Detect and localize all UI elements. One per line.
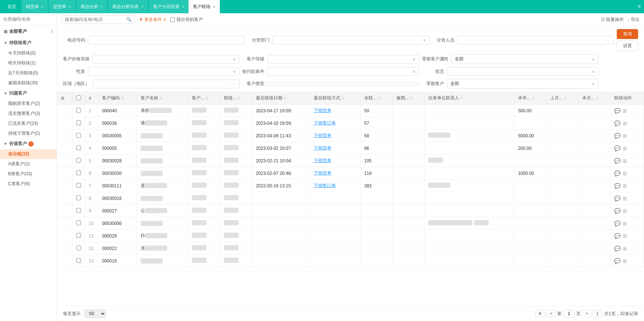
- col-this-year[interactable]: 本年...⇅: [514, 92, 546, 105]
- sidebar-item-today-contact[interactable]: 今天待联络(0): [0, 48, 57, 58]
- chat-icon[interactable]: 💬: [614, 158, 620, 164]
- row-checkbox[interactable]: [76, 170, 81, 175]
- close-product-analysis-list-tab[interactable]: ×: [141, 4, 143, 9]
- col-name[interactable]: 客户名称⇅: [137, 92, 188, 105]
- chat-icon[interactable]: 💬: [614, 170, 620, 176]
- row-checkbox-cell[interactable]: [73, 105, 85, 117]
- row-checkbox[interactable]: [76, 208, 81, 213]
- row-checkbox[interactable]: [76, 108, 81, 113]
- customer-type-select[interactable]: [267, 82, 419, 86]
- chat-icon[interactable]: 💬: [614, 208, 620, 214]
- my-customers-checkbox[interactable]: 我分管的客户: [170, 17, 203, 23]
- close-sales-tab[interactable]: ×: [41, 4, 43, 9]
- search-input[interactable]: [65, 17, 126, 22]
- search-box[interactable]: 🔍: [61, 15, 135, 24]
- col-uncontacted[interactable]: 未联...⇅: [360, 92, 392, 105]
- row-checkbox-cell[interactable]: [73, 242, 85, 255]
- tab-product-analysis-list[interactable]: 商品分析列表 ×: [108, 0, 148, 13]
- row-checkbox-cell[interactable]: [73, 130, 85, 142]
- row-checkbox[interactable]: [76, 133, 81, 138]
- page-size-select[interactable]: 50 100: [84, 309, 106, 318]
- search-button[interactable]: 查询: [617, 29, 638, 39]
- row-checkbox[interactable]: [76, 120, 81, 125]
- row-checkbox[interactable]: [76, 221, 81, 225]
- sidebar-item-class-b[interactable]: B类客户(33): [0, 169, 57, 179]
- chat-icon[interactable]: 💬: [614, 221, 620, 226]
- grid-action-icon[interactable]: ⊞: [623, 108, 627, 114]
- sidebar-item-declining[interactable]: 持续下滑客户(2): [0, 128, 57, 138]
- sidebar-item-churned[interactable]: 已流失客户(24): [0, 119, 57, 128]
- sidebar-item-abnormal[interactable]: 囤购异常客户(2): [0, 99, 57, 109]
- row-checkbox[interactable]: [76, 195, 81, 200]
- ellipsis-icon[interactable]: ···: [229, 81, 236, 87]
- tab-customer-tier[interactable]: 客户分层经客 ×: [149, 0, 189, 13]
- row-checkbox[interactable]: [76, 158, 81, 163]
- manager-select[interactable]: ···: [457, 36, 614, 45]
- prev-page-button[interactable]: <: [546, 310, 556, 317]
- col-last-date[interactable]: 最后联络日期⇅: [252, 92, 310, 105]
- sidebar-item-churn-warning[interactable]: 流失预警客户(3): [0, 109, 57, 119]
- last-page-button[interactable]: 1: [593, 310, 602, 317]
- collapse-icon[interactable]: 《: [49, 29, 53, 34]
- retail-attr-select[interactable]: 全部 ∨: [451, 54, 598, 64]
- phone-input[interactable]: [88, 36, 244, 45]
- export-button[interactable]: ↓ 导出: [627, 17, 640, 23]
- tab-home[interactable]: 首页: [3, 0, 21, 13]
- grid-action-icon[interactable]: ⊞: [623, 133, 627, 139]
- tab-customer-contact[interactable]: 客户联络 ×: [189, 0, 219, 13]
- sidebar-search-area[interactable]: 🔍: [0, 13, 57, 25]
- sidebar-item-week-contact[interactable]: 近7天待联络(0): [0, 68, 57, 78]
- tab-product-analysis[interactable]: 商品分析 ×: [76, 0, 107, 13]
- reset-button[interactable]: 设置: [617, 40, 638, 51]
- col-contact[interactable]: 联络...⇅: [220, 92, 252, 105]
- grid-action-icon[interactable]: ⊞: [623, 208, 627, 214]
- sidebar-item-class-a[interactable]: A类客户(1): [0, 159, 57, 169]
- row-checkbox[interactable]: [76, 233, 81, 238]
- grid-action-icon[interactable]: ⊞: [623, 233, 627, 239]
- row-checkbox-cell[interactable]: [73, 230, 85, 242]
- settings-column-header[interactable]: ⚙: [57, 92, 73, 105]
- col-last-month[interactable]: 上月...⇅: [546, 92, 578, 105]
- row-checkbox-cell[interactable]: [73, 142, 85, 155]
- chat-icon[interactable]: 💬: [614, 233, 620, 239]
- grid-action-icon[interactable]: ⊞: [623, 158, 627, 164]
- next-page-button[interactable]: >: [582, 310, 591, 317]
- batch-operation-button[interactable]: ☑ 批量操作: [601, 17, 624, 23]
- payment-select[interactable]: ∨: [267, 67, 419, 76]
- grid-action-icon[interactable]: ⊞: [623, 120, 627, 126]
- row-checkbox-cell[interactable]: [73, 180, 85, 192]
- close-customer-contact-tab[interactable]: ×: [213, 4, 215, 9]
- more-conditions-button[interactable]: ▼ 更多条件 ∧: [139, 17, 166, 23]
- status-select[interactable]: ∨: [447, 67, 598, 76]
- my-customers-check[interactable]: [170, 17, 175, 22]
- col-overdue[interactable]: 逾期...⇅: [393, 92, 425, 105]
- chat-icon[interactable]: 💬: [614, 246, 620, 251]
- sidebar-group-pending-contact[interactable]: ▼ 待联络客户: [0, 38, 57, 48]
- sidebar-item-ungrouped[interactable]: 未分组(32): [0, 149, 57, 159]
- window-close-button[interactable]: ×: [638, 3, 641, 10]
- row-checkbox[interactable]: [76, 145, 81, 150]
- sidebar-group-value-customers[interactable]: ▼ 价值客户 !: [0, 138, 57, 149]
- close-customer-tier-tab[interactable]: ×: [182, 4, 184, 9]
- grid-action-icon[interactable]: ⊞: [623, 246, 627, 251]
- tab-purchase[interactable]: 进货单 ×: [49, 0, 75, 13]
- col-this-month[interactable]: 本月...⇅: [578, 92, 610, 105]
- row-checkbox-cell[interactable]: [73, 117, 85, 130]
- grid-action-icon[interactable]: ⊞: [623, 258, 627, 264]
- row-checkbox-cell[interactable]: [73, 255, 85, 267]
- chat-icon[interactable]: 💬: [614, 195, 620, 201]
- retail-customer-select[interactable]: 全部 ∨: [447, 79, 598, 89]
- row-checkbox[interactable]: [76, 183, 81, 188]
- dept-select[interactable]: ∨: [272, 36, 429, 45]
- chat-icon[interactable]: 💬: [614, 183, 620, 189]
- row-checkbox[interactable]: [76, 246, 81, 250]
- customer-tier-select[interactable]: ∨: [267, 55, 419, 64]
- chat-icon[interactable]: 💬: [614, 258, 620, 264]
- sidebar-item-class-c[interactable]: C类客户(6): [0, 179, 57, 189]
- grid-action-icon[interactable]: ⊞: [623, 221, 627, 226]
- grid-action-icon[interactable]: ⊞: [623, 183, 627, 189]
- chat-icon[interactable]: 💬: [614, 133, 620, 139]
- sidebar-group-problem-customers[interactable]: ▼ 问题客户: [0, 88, 57, 99]
- grid-action-icon[interactable]: ⊞: [623, 145, 627, 151]
- row-checkbox-cell[interactable]: [73, 167, 85, 180]
